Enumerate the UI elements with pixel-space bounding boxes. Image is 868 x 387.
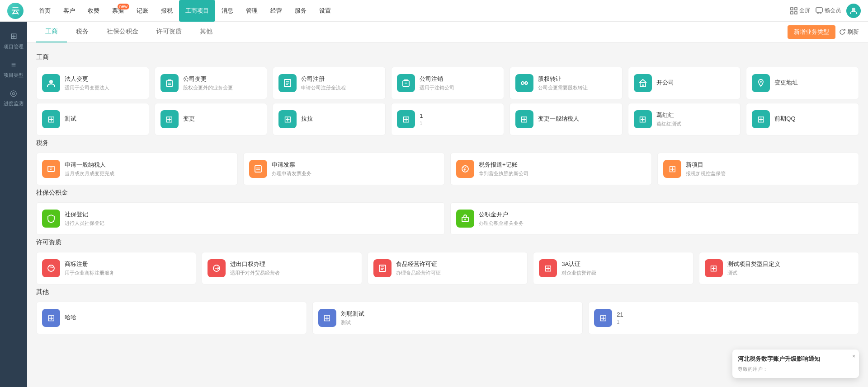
- tab-xuke[interactable]: 许可资质: [147, 22, 191, 42]
- nav-manage[interactable]: 管理: [240, 0, 264, 22]
- svg-rect-21: [642, 84, 644, 87]
- new-type-button[interactable]: 新增业务类型: [788, 25, 835, 39]
- 3a-icon: ⊞: [539, 259, 557, 277]
- dizhi-icon: [752, 74, 770, 92]
- card-gongsi-zhuxiao[interactable]: 公司注销 适用于注销公司: [391, 67, 504, 99]
- gongshang-cards-row2: ⊞ 测试 ⊞ 变更 ⊞ 拉拉 ⊞: [36, 103, 859, 135]
- main-content: 工商 税务 社保公积金 许可资质 其他 新增业务类型 刷新 工商 法人变更 适用…: [27, 22, 868, 387]
- card-shuiwu-jijia[interactable]: ¥ 税务报道+记账 拿到营业执照的新公司: [450, 153, 652, 185]
- svg-rect-1: [795, 8, 797, 10]
- tab-shebao[interactable]: 社保公积金: [98, 22, 147, 42]
- card-ceshi[interactable]: ⊞ 测试: [36, 103, 149, 135]
- gongjijin-icon: [456, 210, 474, 228]
- nav-bookkeeping[interactable]: 记账: [130, 0, 155, 22]
- guquan-icon: [515, 74, 533, 92]
- user-avatar[interactable]: [846, 4, 861, 18]
- card-guquan-zhuanrang[interactable]: 股权转让 公司变更需要股权转让: [509, 67, 623, 99]
- card-3a-renzheng[interactable]: ⊞ 3A认证 对企业信誉评级: [533, 252, 693, 284]
- notif-close-button[interactable]: ×: [852, 353, 855, 359]
- shebao-cards: 社保登记 进行人员社保登记 公积金开户 办理公积金相关业务: [36, 202, 859, 235]
- gongsi-zhuxiao-icon: [397, 74, 415, 92]
- card-shangbiao-zhuce[interactable]: ™ 商标注册 用于企业商标注册服务: [36, 252, 196, 284]
- nav-items: 首页 客户 收费 票据 new 记账 报税 工商项目 消息 管理 经营 服务 设…: [33, 0, 790, 22]
- gongsi-zhuce-icon: [278, 74, 297, 92]
- svg-point-32: [464, 219, 466, 220]
- notif-title: 河北税务数字账户升级影响通知: [738, 355, 854, 363]
- project-type-icon: ≡: [8, 59, 19, 70]
- kai-gongsi-icon: [634, 74, 652, 92]
- card-liucong-ceshi[interactable]: ⊞ 刘聪测试 测试: [312, 302, 583, 334]
- tab-actions: 新增业务类型 刷新: [788, 25, 859, 39]
- card-qianqi-qq[interactable]: ⊞ 前期QQ: [746, 103, 859, 135]
- nav-customer[interactable]: 客户: [57, 0, 81, 22]
- qq-icon: ⊞: [752, 110, 770, 128]
- sidebar-item-project-manage[interactable]: ⊞ 项目管理: [0, 26, 27, 55]
- nav-gongshang[interactable]: 工商项目: [179, 0, 215, 22]
- fapiao-icon: [249, 160, 267, 178]
- card-ceshi-xuke[interactable]: ⊞ 测试项目类型目定义 测试: [699, 252, 859, 284]
- tab-gongshang[interactable]: 工商: [36, 22, 67, 42]
- notification-popup: × 河北税务数字账户升级影响通知 尊敬的用户：: [732, 350, 859, 378]
- refresh-button[interactable]: 刷新: [839, 28, 859, 36]
- haha-icon: ⊞: [42, 309, 60, 327]
- member-btn[interactable]: 畅会员: [816, 7, 841, 14]
- notif-body: 尊敬的用户：: [738, 366, 854, 373]
- card-fazhen-biangeng[interactable]: 法人变更 适用于公司变更法人: [36, 67, 149, 99]
- xuke-section-title: 许可资质: [36, 238, 859, 247]
- card-shipin-xuke[interactable]: 食品经营许可证 办理食品经营许可证: [368, 252, 528, 284]
- top-nav: 云 首页 客户 收费 票据 new 记账 报税 工商项目 消息 管理 经营 服务…: [0, 0, 868, 22]
- card-kai-gongsi[interactable]: 开公司: [628, 67, 741, 99]
- card-lala[interactable]: ⊞ 拉拉: [273, 103, 386, 135]
- jinchuka-icon: [208, 259, 226, 277]
- gongshang-cards-row1: 法人变更 适用于公司变更法人 公司变更 股权变更外的业务变更 公司注册: [36, 67, 859, 99]
- sidebar-item-project-type[interactable]: ≡ 项目类型: [0, 55, 27, 83]
- card-gongjijin-kaihu[interactable]: 公积金开户 办理公积金相关业务: [450, 202, 859, 235]
- nav-message[interactable]: 消息: [215, 0, 240, 22]
- one-icon: ⊞: [397, 110, 415, 128]
- bng-nashui-icon: ⊞: [515, 110, 533, 128]
- nav-ticket[interactable]: 票据 new: [106, 0, 130, 22]
- qita-cards: ⊞ 哈哈 ⊞ 刘聪测试 测试 ⊞ 21 1: [36, 302, 859, 334]
- card-shenqing-fapiao[interactable]: 申请发票 办理申请发票业务: [243, 153, 445, 185]
- project-manage-icon: ⊞: [8, 31, 19, 42]
- progress-icon: ◎: [8, 88, 19, 98]
- gongsi-biangeng-icon: [160, 74, 179, 92]
- fazhen-icon: [42, 74, 60, 92]
- ceshi-xuke-icon: ⊞: [705, 259, 723, 277]
- nav-right: 全屏 畅会员: [790, 4, 861, 18]
- svg-text:¥: ¥: [463, 167, 466, 172]
- card-haha[interactable]: ⊞ 哈哈: [36, 302, 307, 334]
- gongshang-section-title: 工商: [36, 53, 859, 61]
- nav-service[interactable]: 服务: [288, 0, 313, 22]
- nav-settings[interactable]: 设置: [313, 0, 337, 22]
- card-1[interactable]: ⊞ 1 1: [391, 103, 504, 135]
- tab-qita[interactable]: 其他: [191, 22, 222, 42]
- fullscreen-btn[interactable]: 全屏: [790, 7, 810, 14]
- shebao-icon: [42, 210, 60, 228]
- card-xin-xiangmu[interactable]: ⊞ 新项目 报税加税控盘保管: [657, 153, 859, 185]
- fullscreen-icon: [790, 7, 797, 14]
- svg-rect-16: [403, 81, 409, 86]
- card-jinchuka-banli[interactable]: 进出口权办理 适用于对外贸易经营者: [202, 252, 362, 284]
- card-gongsi-biangeng[interactable]: 公司变更 股权变更外的业务变更: [155, 67, 268, 99]
- nav-business[interactable]: 经营: [264, 0, 288, 22]
- shuiwu-cards: 申请一般纳税人 当月或次月成变更完成 申请发票 办理申请发票业务 ¥ 税务报道: [36, 153, 859, 185]
- nav-charge[interactable]: 收费: [81, 0, 106, 22]
- card-21[interactable]: ⊞ 21 1: [588, 302, 859, 334]
- card-gehonghong[interactable]: ⊞ 葛红红 葛红红测试: [628, 103, 741, 135]
- svg-rect-0: [791, 8, 793, 10]
- card-shebao-dengji[interactable]: 社保登记 进行人员社保登记: [36, 202, 445, 235]
- qita-section-title: 其他: [36, 288, 859, 296]
- sidebar-item-progress[interactable]: ◎ 进度监测: [0, 83, 27, 112]
- nav-home[interactable]: 首页: [33, 0, 57, 22]
- refresh-icon: [839, 29, 845, 35]
- card-biangeng-納稅[interactable]: ⊞ 变更一般纳税人: [509, 103, 623, 135]
- svg-rect-23: [48, 166, 54, 172]
- card-gongsi-zhuce[interactable]: 公司注册 申请公司注册全流程: [273, 67, 386, 99]
- tab-shuiwu[interactable]: 税务: [67, 22, 98, 42]
- nav-tax[interactable]: 报税: [155, 0, 179, 22]
- card-shenqing-nashui[interactable]: 申请一般纳税人 当月或次月成变更完成: [36, 153, 238, 185]
- card-biangeng-dizhi[interactable]: 变更地址: [746, 67, 859, 99]
- card-biangeng[interactable]: ⊞ 变更: [155, 103, 268, 135]
- tab-bar: 工商 税务 社保公积金 许可资质 其他 新增业务类型 刷新: [27, 22, 868, 42]
